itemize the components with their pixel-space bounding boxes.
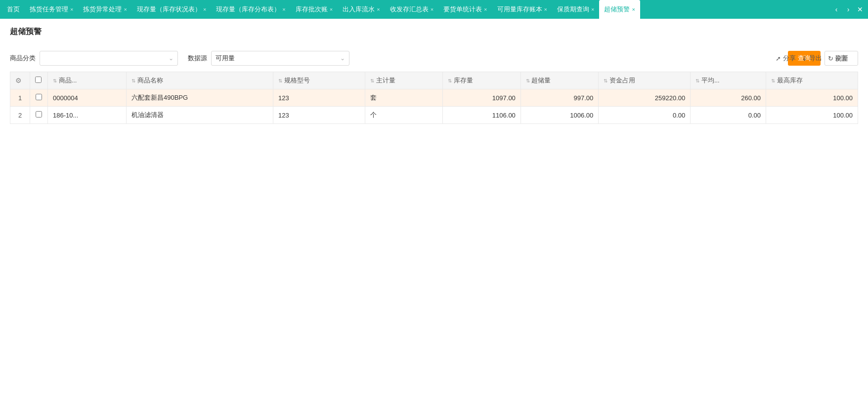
nav-close-summary[interactable]: ×: [431, 6, 434, 12]
nav-task-mgmt[interactable]: 拣货任务管理 ×: [25, 0, 78, 19]
th-checkbox: [30, 72, 48, 89]
filter-category: 商品分类 ⌄: [10, 51, 178, 66]
row-checkbox-cell: [30, 89, 48, 107]
row-num: 1: [10, 89, 30, 107]
nav-stock-status[interactable]: 现存量（库存状况表） ×: [132, 0, 211, 19]
export-link[interactable]: ⇓ 导出: [802, 54, 822, 63]
nav-inout-flow[interactable]: 出入库流水 ×: [338, 0, 385, 19]
header-row: 超储预警 ➚ 分享 ⇓ 导出 ↻ 刷新: [10, 27, 858, 44]
sort-icon-2: ⇅: [131, 78, 135, 83]
cell-product-name: 机油滤清器: [126, 107, 273, 124]
th-avg[interactable]: ⇅ 平均...: [691, 72, 766, 89]
filter-row: 商品分类 ⌄ 数据源 可用量 ⌄ 查询 设置: [10, 51, 858, 66]
cell-spec: 123: [273, 89, 365, 107]
sort-icon-6: ⇅: [526, 78, 530, 83]
chevron-down-icon: ⌄: [169, 55, 174, 62]
datasource-select[interactable]: 可用量 ⌄: [211, 51, 349, 66]
nav-close-task-mgmt[interactable]: ×: [70, 6, 73, 12]
export-icon: ⇓: [802, 55, 807, 62]
cell-overstock: 1006.00: [521, 107, 598, 124]
cell-spec: 123: [273, 107, 365, 124]
nav-overstock-warning[interactable]: 超储预警 ×: [599, 0, 640, 19]
top-nav: 首页 拣货任务管理 × 拣货异常处理 × 现存量（库存状况表） × 现存量（库存…: [0, 0, 868, 19]
nav-summary[interactable]: 收发存汇总表 ×: [385, 0, 438, 19]
nav-order-stats[interactable]: 要货单统计表 ×: [438, 0, 492, 19]
nav-exception[interactable]: 拣货异常处理 ×: [78, 0, 131, 19]
sort-icon-4: ⇅: [370, 78, 374, 83]
cell-stock: 1106.00: [443, 107, 521, 124]
cell-unit: 个: [365, 107, 443, 124]
row-checkbox-0[interactable]: [36, 94, 42, 100]
nav-home[interactable]: 首页: [2, 0, 25, 19]
category-select[interactable]: ⌄: [40, 51, 178, 66]
refresh-link[interactable]: ↻ 刷新: [828, 54, 848, 63]
th-max-stock[interactable]: ⇅ 最高库存: [766, 72, 858, 89]
chevron-down-icon-2: ⌄: [340, 55, 345, 62]
cell-product-code: 186-10...: [48, 107, 127, 124]
row-checkbox-1[interactable]: [36, 111, 42, 118]
th-unit[interactable]: ⇅ 主计量: [365, 72, 443, 89]
th-product-code[interactable]: ⇅ 商品...: [48, 72, 127, 89]
nav-arrow-close[interactable]: ✕: [854, 0, 866, 19]
sort-icon-5: ⇅: [448, 78, 452, 83]
th-capital[interactable]: ⇅ 资金占用: [599, 72, 691, 89]
nav-close-expiry-query[interactable]: ×: [591, 6, 594, 12]
category-label: 商品分类: [10, 54, 36, 63]
th-stock[interactable]: ⇅ 库存量: [443, 72, 521, 89]
nav-close-stock-status[interactable]: ×: [203, 6, 206, 12]
data-table: ⚙ ⇅ 商品... ⇅ 商品名称 ⇅ 规格型号 ⇅: [10, 72, 858, 124]
cell-product-code: 0000004: [48, 89, 127, 107]
nav-arrow-left[interactable]: ‹: [830, 0, 842, 19]
th-spec[interactable]: ⇅ 规格型号: [273, 72, 365, 89]
page-content: 超储预警 ➚ 分享 ⇓ 导出 ↻ 刷新 商品分类 ⌄ 数据源: [0, 19, 868, 132]
table-settings-icon[interactable]: ⚙: [15, 77, 22, 84]
table-header-row: ⚙ ⇅ 商品... ⇅ 商品名称 ⇅ 规格型号 ⇅: [10, 72, 858, 89]
cell-avg: 0.00: [691, 107, 766, 124]
nav-expiry-query[interactable]: 保质期查询 ×: [552, 0, 599, 19]
cell-unit: 套: [365, 89, 443, 107]
table-row: 1 0000004 六配套新昌490BPG 123 套 1097.00 997.…: [10, 89, 858, 107]
nav-close-available-stock[interactable]: ×: [544, 6, 547, 12]
sort-icon-7: ⇅: [604, 78, 608, 83]
nav-close-batch-account[interactable]: ×: [330, 6, 333, 12]
page-actions: ➚ 分享 ⇓ 导出 ↻ 刷新: [776, 54, 848, 63]
nav-batch-account[interactable]: 库存批次账 ×: [291, 0, 338, 19]
th-overstock[interactable]: ⇅ 超储量: [521, 72, 598, 89]
cell-product-name: 六配套新昌490BPG: [126, 89, 273, 107]
sort-icon: ⇅: [53, 78, 57, 83]
cell-avg: 260.00: [691, 89, 766, 107]
nav-available-stock[interactable]: 可用量库存账本 ×: [492, 0, 552, 19]
cell-capital: 259220.00: [599, 89, 691, 107]
nav-stock-dist[interactable]: 现存量（库存分布表） ×: [211, 0, 290, 19]
nav-close-overstock-warning[interactable]: ×: [632, 6, 635, 12]
datasource-select-value: 可用量: [216, 54, 235, 63]
nav-arrows: ‹ › ✕: [830, 0, 866, 19]
sort-icon-8: ⇅: [695, 78, 699, 83]
select-all-checkbox[interactable]: [35, 77, 42, 83]
cell-overstock: 997.00: [521, 89, 598, 107]
table-row: 2 186-10... 机油滤清器 123 个 1106.00 1006.00 …: [10, 107, 858, 124]
row-num: 2: [10, 107, 30, 124]
datasource-label: 数据源: [188, 54, 207, 63]
cell-max-stock: 100.00: [766, 89, 858, 107]
refresh-icon: ↻: [828, 55, 833, 62]
nav-close-exception[interactable]: ×: [124, 6, 127, 12]
cell-stock: 1097.00: [443, 89, 521, 107]
share-link[interactable]: ➚ 分享: [776, 54, 796, 63]
page-title: 超储预警: [10, 27, 42, 37]
sort-icon-3: ⇅: [278, 78, 282, 83]
th-product-name[interactable]: ⇅ 商品名称: [126, 72, 273, 89]
row-checkbox-cell: [30, 107, 48, 124]
sort-icon-9: ⇅: [771, 78, 775, 83]
share-icon: ➚: [776, 55, 781, 62]
nav-close-stock-dist[interactable]: ×: [282, 6, 285, 12]
nav-close-order-stats[interactable]: ×: [484, 6, 487, 12]
cell-max-stock: 100.00: [766, 107, 858, 124]
nav-close-inout-flow[interactable]: ×: [377, 6, 380, 12]
filter-datasource: 数据源 可用量 ⌄: [188, 51, 349, 66]
th-gear: ⚙: [10, 72, 30, 89]
cell-capital: 0.00: [599, 107, 691, 124]
nav-arrow-right[interactable]: ›: [842, 0, 854, 19]
